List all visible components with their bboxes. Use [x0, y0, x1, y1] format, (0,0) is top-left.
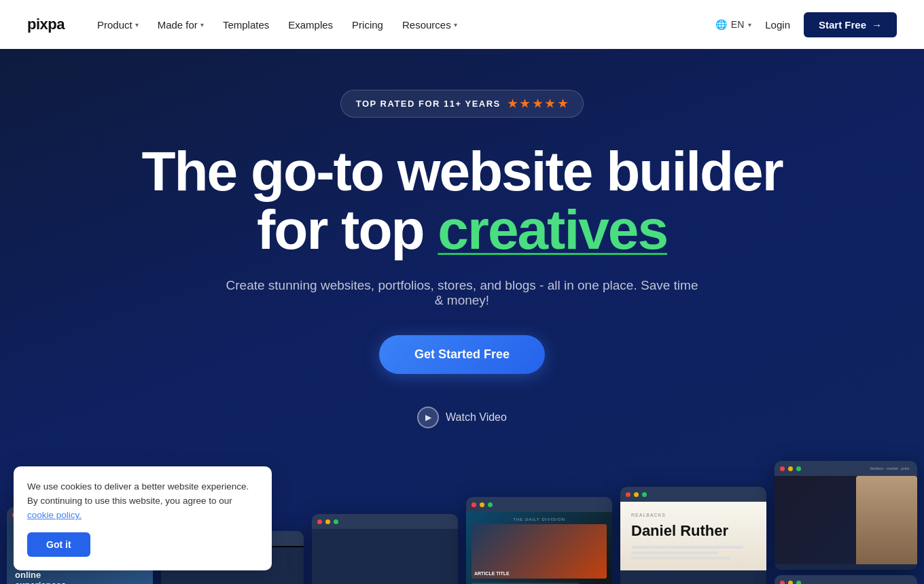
- nav-links: Product ▾ Made for ▾ Templates Examples …: [97, 19, 694, 31]
- nav-examples[interactable]: Examples: [288, 19, 333, 31]
- login-link[interactable]: Login: [765, 19, 790, 31]
- screenshot-card-5: RealBacks Daniel Ruther: [620, 487, 766, 584]
- globe-icon: 🌐: [715, 19, 727, 30]
- play-icon: ▶: [417, 407, 439, 428]
- star-icon: ★: [520, 97, 531, 110]
- star-icon: ★: [508, 97, 518, 110]
- screenshot-card-4: THE DAILY DIVISION ARTICLE TITLE: [466, 497, 612, 584]
- language-selector[interactable]: 🌐 EN ▾: [715, 19, 751, 30]
- nav-templates[interactable]: Templates: [223, 19, 269, 31]
- arrow-icon: →: [872, 19, 882, 31]
- start-free-button[interactable]: Start Free →: [804, 12, 897, 37]
- nav-right: 🌐 EN ▾ Login Start Free →: [715, 12, 897, 37]
- star-icon: ★: [558, 97, 569, 110]
- logo[interactable]: pixpa: [27, 16, 65, 33]
- screenshot-card-6: fashion · model · print: [775, 461, 917, 570]
- star-icon: ★: [533, 97, 544, 110]
- chevron-down-icon: ▾: [200, 21, 204, 29]
- get-started-button[interactable]: Get Started Free: [379, 335, 545, 374]
- star-icon: ★: [545, 97, 556, 110]
- nav-pricing[interactable]: Pricing: [352, 19, 383, 31]
- hero-subtext: Create stunning websites, portfolios, st…: [224, 278, 700, 308]
- nav-product[interactable]: Product ▾: [97, 19, 139, 31]
- cookie-policy-link[interactable]: cookie policy.: [27, 510, 82, 520]
- hero-headline: The go-to website builder for top creati…: [88, 142, 836, 259]
- right-column-cards: fashion · model · print Adrine Williams: [775, 461, 917, 584]
- navbar: pixpa Product ▾ Made for ▾ Templates Exa…: [0, 0, 924, 49]
- star-rating: ★ ★ ★ ★ ★: [508, 97, 569, 110]
- chevron-down-icon: ▾: [454, 21, 457, 29]
- nav-resources[interactable]: Resources ▾: [402, 19, 457, 31]
- watch-video-link[interactable]: ▶ Watch Video: [417, 407, 507, 428]
- cookie-accept-button[interactable]: Got it: [27, 532, 90, 557]
- cookie-text: We use cookies to deliver a better websi…: [27, 480, 258, 523]
- screenshot-card-3: [312, 514, 458, 584]
- cookie-banner: We use cookies to deliver a better websi…: [14, 466, 272, 570]
- nav-made-for[interactable]: Made for ▾: [158, 19, 204, 31]
- chevron-down-icon: ▾: [748, 21, 751, 29]
- rating-badge: TOP RATED FOR 11+ YEARS ★ ★ ★ ★ ★: [340, 90, 584, 118]
- chevron-down-icon: ▾: [135, 21, 139, 29]
- screenshot-card-7: Adrine Williams: [775, 575, 917, 584]
